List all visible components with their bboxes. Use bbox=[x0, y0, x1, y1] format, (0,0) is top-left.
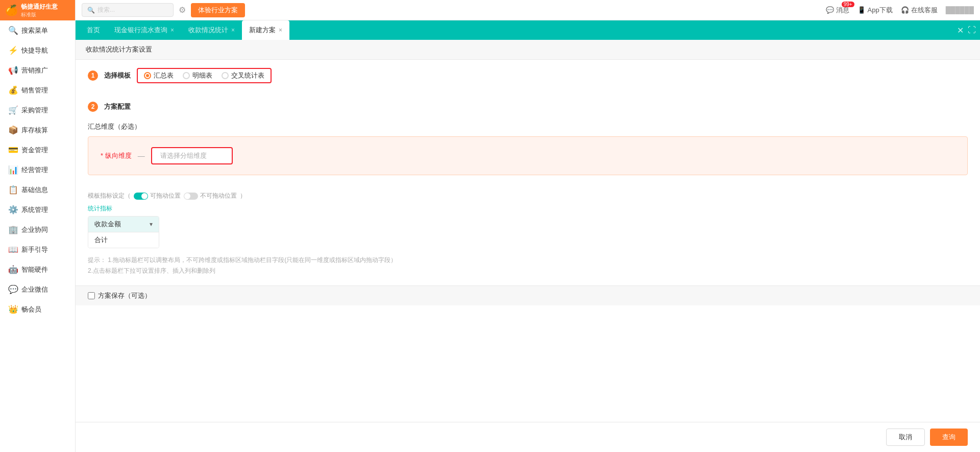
settings-icon[interactable]: ⚙ bbox=[179, 5, 186, 15]
sidebar-item-finance[interactable]: 💳 资金管理 bbox=[0, 140, 75, 160]
radio-detail[interactable]: 明细表 bbox=[183, 71, 212, 80]
nav-tabs: 首页 现金银行流水查询 × 收款情况统计 × 新建方案 × ✕ ⛶ bbox=[76, 20, 980, 40]
system-icon: ⚙️ bbox=[8, 205, 17, 215]
metrics-section-label: 统计指标 bbox=[88, 204, 968, 213]
radio-cross-label: 交叉统计表 bbox=[231, 71, 264, 80]
search-bar[interactable]: 🔍 搜索... bbox=[82, 3, 174, 17]
tab-bank-query[interactable]: 现金银行流水查询 × bbox=[107, 20, 181, 40]
wechat-icon: 💬 bbox=[8, 284, 17, 294]
sidebar-item-enterprise[interactable]: 🏢 企业协同 bbox=[0, 220, 75, 240]
tab-home[interactable]: 首页 bbox=[80, 20, 107, 40]
draggable-label: 可拖动位置 bbox=[150, 192, 181, 200]
username: ██████ bbox=[946, 6, 974, 14]
summary-dimension-title: 汇总维度（必选） bbox=[88, 122, 968, 131]
sidebar: 🍊 畅捷通好生意 标准版 🔍 搜索菜单 ⚡ 快捷导航 📢 营销推广 💰 销售管理… bbox=[0, 0, 76, 452]
tab-receipt-stats-close[interactable]: × bbox=[231, 27, 235, 34]
logo-icon: 🍊 bbox=[5, 4, 18, 16]
sidebar-item-label: 新手引导 bbox=[21, 245, 48, 254]
sidebar-item-label: 采购管理 bbox=[21, 106, 48, 115]
save-label: 方案保存（可选） bbox=[98, 291, 151, 300]
download-label: App下载 bbox=[868, 6, 893, 15]
radio-detail-label: 明细表 bbox=[192, 71, 212, 80]
topbar-right: 💬 消息 99+ 📱 App下载 🎧 在线客服 ██████ bbox=[826, 6, 974, 15]
step2-label: 方案配置 bbox=[104, 102, 131, 111]
quick-nav-icon: ⚡ bbox=[8, 45, 17, 55]
purchase-icon: 🛒 bbox=[8, 105, 17, 115]
content-area: 收款情况统计方案设置 1 选择模板 汇总表 bbox=[76, 40, 980, 422]
maximize-icon[interactable]: ⛶ bbox=[968, 26, 976, 35]
radio-summary-circle bbox=[144, 72, 151, 79]
sidebar-item-label: 基础信息 bbox=[21, 185, 48, 195]
action-bar: 取消 查询 bbox=[76, 422, 980, 452]
sidebar-item-purchase[interactable]: 🛒 采购管理 bbox=[0, 100, 75, 120]
metrics-table: 收款金额 ▾ 合计 bbox=[88, 216, 159, 248]
tab-new-plan[interactable]: 新建方案 × bbox=[242, 20, 289, 40]
sidebar-item-search[interactable]: 🔍 搜索菜单 bbox=[0, 20, 75, 40]
metrics-title-text: 模板指标设定（ bbox=[88, 192, 131, 200]
tab-bank-query-label: 现金银行流水查询 bbox=[114, 26, 167, 35]
step1-section: 1 选择模板 汇总表 明细表 bbox=[76, 60, 980, 102]
sidebar-item-guide[interactable]: 📖 新手引导 bbox=[0, 240, 75, 259]
metrics-table-wrapper: 统计指标 收款金额 ▾ 合计 bbox=[88, 204, 968, 250]
tab-bank-query-close[interactable]: × bbox=[170, 27, 174, 34]
logo-text: 畅捷通好生意 bbox=[21, 3, 58, 11]
sidebar-item-label: 企业协同 bbox=[21, 225, 48, 234]
sidebar-item-label: 系统管理 bbox=[21, 205, 48, 215]
query-button[interactable]: 查询 bbox=[930, 429, 968, 446]
sidebar-item-label: 库存核算 bbox=[21, 126, 48, 135]
tab-receipt-stats[interactable]: 收款情况统计 × bbox=[181, 20, 242, 40]
metrics-table-header[interactable]: 收款金额 ▾ bbox=[88, 217, 159, 232]
service-item[interactable]: 🎧 在线客服 bbox=[901, 6, 938, 15]
vertical-dimension-label: * 纵向维度 bbox=[101, 151, 132, 160]
tab-receipt-stats-label: 收款情况统计 bbox=[188, 26, 228, 35]
sidebar-item-label: 企业微信 bbox=[21, 285, 48, 294]
marketing-icon: 📢 bbox=[8, 65, 17, 75]
sidebar-item-operations[interactable]: 📊 经营管理 bbox=[0, 160, 75, 180]
radio-summary[interactable]: 汇总表 bbox=[144, 71, 174, 80]
operations-icon: 📊 bbox=[8, 165, 17, 175]
tab-new-plan-close[interactable]: × bbox=[279, 27, 282, 34]
radio-cross-circle bbox=[222, 72, 229, 79]
save-checkbox[interactable] bbox=[88, 292, 95, 299]
dimension-area: * 纵向维度 — 请选择分组维度 bbox=[88, 136, 968, 175]
notification-item[interactable]: 💬 消息 99+ bbox=[826, 6, 849, 15]
dimension-select[interactable]: 请选择分组维度 bbox=[151, 147, 233, 164]
service-label: 在线客服 bbox=[911, 6, 938, 15]
content-inner: 收款情况统计方案设置 1 选择模板 汇总表 bbox=[76, 40, 980, 422]
sidebar-item-system[interactable]: ⚙️ 系统管理 bbox=[0, 200, 75, 220]
inventory-icon: 📦 bbox=[8, 125, 17, 135]
search-placeholder: 搜索... bbox=[97, 6, 115, 14]
sidebar-item-member[interactable]: 👑 畅会员 bbox=[0, 299, 75, 319]
breadcrumb-text: 收款情况统计方案设置 bbox=[86, 45, 152, 53]
hint-2: 2.点击标题栏下拉可设置排序、插入列和删除列 bbox=[88, 267, 955, 275]
metrics-row-label: 合计 bbox=[94, 236, 108, 244]
sidebar-item-label: 经营管理 bbox=[21, 165, 48, 175]
metrics-title: 模板指标设定（ 可拖动位置 不可拖动位置 bbox=[88, 192, 968, 200]
metrics-dropdown-icon[interactable]: ▾ bbox=[150, 221, 153, 228]
step2-section: 2 方案配置 汇总维度（必选） * 纵向维度 — 请选择分组维度 bbox=[76, 102, 980, 286]
sidebar-item-label: 快捷导航 bbox=[21, 46, 48, 55]
sidebar-item-basic-info[interactable]: 📋 基础信息 bbox=[0, 180, 75, 200]
close-window-icon[interactable]: ✕ bbox=[957, 26, 964, 35]
search-menu-icon: 🔍 bbox=[8, 26, 17, 35]
step2-badge: 2 bbox=[88, 102, 98, 112]
sidebar-item-marketing[interactable]: 📢 营销推广 bbox=[0, 60, 75, 80]
industry-btn[interactable]: 体验行业方案 bbox=[191, 3, 245, 17]
hardware-icon: 🤖 bbox=[8, 265, 17, 274]
notification-icon: 💬 bbox=[826, 6, 834, 14]
sidebar-item-label: 营销推广 bbox=[21, 66, 48, 75]
dimension-arrow-icon: — bbox=[138, 152, 145, 160]
radio-cross[interactable]: 交叉统计表 bbox=[222, 71, 264, 80]
sidebar-item-wechat[interactable]: 💬 企业微信 bbox=[0, 279, 75, 299]
sidebar-item-quicknav[interactable]: ⚡ 快捷导航 bbox=[0, 40, 75, 60]
download-item[interactable]: 📱 App下载 bbox=[857, 6, 893, 15]
hint-1: 提示： 1.拖动标题栏可以调整布局，不可跨维度或指标区域拖动栏目字段(只能在同一… bbox=[88, 256, 955, 265]
non-draggable-label: 不可拖动位置 bbox=[200, 192, 237, 200]
step1-badge: 1 bbox=[88, 70, 98, 81]
sidebar-item-sales[interactable]: 💰 销售管理 bbox=[0, 80, 75, 100]
sidebar-item-hardware[interactable]: 🤖 智能硬件 bbox=[0, 259, 75, 279]
sidebar-item-inventory[interactable]: 📦 库存核算 bbox=[0, 120, 75, 140]
cancel-button[interactable]: 取消 bbox=[886, 429, 925, 446]
sidebar-item-label: 智能硬件 bbox=[21, 265, 48, 274]
step1-row: 1 选择模板 汇总表 明细表 bbox=[88, 68, 968, 83]
